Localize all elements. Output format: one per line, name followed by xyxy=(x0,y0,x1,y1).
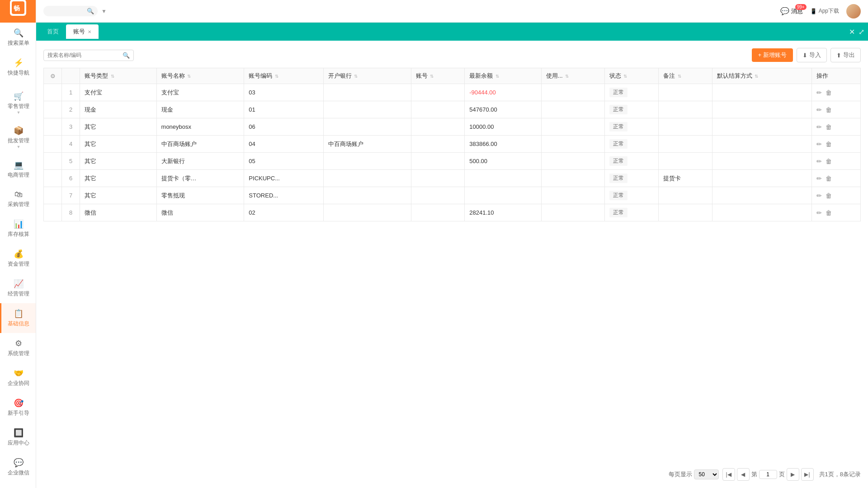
td-bank xyxy=(323,84,411,101)
topbar-avatar[interactable] xyxy=(846,4,861,19)
sidebar-item-member[interactable]: 👑 畅会员 xyxy=(0,482,36,488)
td-num: 2 xyxy=(62,101,80,118)
td-name: 中百商场账户 xyxy=(156,136,244,153)
delete-button[interactable]: 🗑 xyxy=(826,89,832,96)
sidebar-item-purchase[interactable]: 🛍 采购管理 xyxy=(0,184,36,214)
td-status: 正常 xyxy=(604,170,658,187)
delete-button[interactable]: 🗑 xyxy=(826,175,832,182)
td-status: 正常 xyxy=(604,153,658,170)
sidebar: 畅 玩意版 🔍 搜索菜单 ⚡ 快捷导航 🛒 零售管理 ▼ 📦 批发管理 ▼ 💻 … xyxy=(0,0,36,488)
td-usage xyxy=(541,170,604,187)
td-account xyxy=(411,170,465,187)
edit-button[interactable]: ✏ xyxy=(816,192,822,199)
td-settings xyxy=(44,118,62,136)
edit-button[interactable]: ✏ xyxy=(816,106,822,113)
app-logo: 畅 玩意版 xyxy=(0,0,36,23)
page-last-btn[interactable]: ▶| xyxy=(801,468,814,481)
td-code: 02 xyxy=(244,204,323,221)
edit-button[interactable]: ✏ xyxy=(816,209,822,216)
th-code[interactable]: 账号编码 ⇅ xyxy=(244,68,323,84)
page-first-btn[interactable]: |◀ xyxy=(722,468,735,481)
topbar-search-input[interactable] xyxy=(49,8,85,14)
sidebar-item-operation[interactable]: 📈 经营管理 xyxy=(0,273,36,303)
add-account-button[interactable]: + 新增账号 xyxy=(752,48,793,62)
status-badge: 正常 xyxy=(609,122,627,131)
sidebar-item-inventory[interactable]: 📊 库存核算 xyxy=(0,214,36,244)
tab-home[interactable]: 首页 xyxy=(40,24,66,39)
tab-bar-right: ✕ ⤢ xyxy=(849,28,864,36)
th-balance[interactable]: 最新余额 ⇅ xyxy=(465,68,542,84)
th-remark[interactable]: 备注 ⇅ xyxy=(659,68,712,84)
table-search-input[interactable] xyxy=(47,52,121,58)
sidebar-item-app-center[interactable]: 🔲 应用中心 xyxy=(0,422,36,452)
td-num: 8 xyxy=(62,204,80,221)
td-default-settlement xyxy=(712,136,811,153)
sidebar-item-basic-info[interactable]: 📋 基础信息 xyxy=(0,303,36,333)
topbar-msg[interactable]: 💬 消息 99+ xyxy=(780,7,803,15)
th-type[interactable]: 账号类型 ⇅ xyxy=(80,68,157,84)
sidebar-item-retail-mgmt[interactable]: 🛒 零售管理 ▼ xyxy=(0,86,36,120)
edit-button[interactable]: ✏ xyxy=(816,141,822,148)
tab-accounts[interactable]: 账号 ✕ xyxy=(66,24,99,39)
delete-button[interactable]: 🗑 xyxy=(826,141,832,148)
sort-account-icon: ⇅ xyxy=(430,74,434,79)
tab-close-icon[interactable]: ✕ xyxy=(88,29,91,34)
edit-button[interactable]: ✏ xyxy=(816,89,822,96)
tab-close-all-btn[interactable]: ✕ xyxy=(849,28,855,36)
sidebar-item-enterprise-agreement[interactable]: 🤝 企业协同 xyxy=(0,363,36,393)
capital-icon: 💰 xyxy=(14,249,24,259)
column-settings-icon[interactable]: ⚙ xyxy=(50,73,56,80)
table-search-box[interactable]: 🔍 xyxy=(43,50,134,61)
th-bank[interactable]: 开户银行 ⇅ xyxy=(323,68,411,84)
page-next-btn[interactable]: ▶ xyxy=(787,468,799,481)
import-button[interactable]: ⬇ 导入 xyxy=(797,48,827,62)
sidebar-item-search-menu[interactable]: 🔍 搜索菜单 xyxy=(0,23,36,52)
delete-button[interactable]: 🗑 xyxy=(826,209,832,216)
edit-button[interactable]: ✏ xyxy=(816,123,822,131)
delete-button[interactable]: 🗑 xyxy=(826,123,832,131)
sidebar-item-ecommerce[interactable]: 💻 电商管理 xyxy=(0,155,36,184)
page-number-input[interactable] xyxy=(759,470,777,479)
sidebar-item-new-guide[interactable]: 🎯 新手引导 xyxy=(0,393,36,422)
delete-button[interactable]: 🗑 xyxy=(826,106,832,113)
sidebar-label-operation: 经营管理 xyxy=(8,290,29,298)
sort-usage-icon: ⇅ xyxy=(565,74,569,79)
sidebar-item-system-mgmt[interactable]: ⚙ 系统管理 xyxy=(0,333,36,363)
tab-maximize-btn[interactable]: ⤢ xyxy=(859,28,864,36)
sidebar-label-new-guide: 新手引导 xyxy=(8,409,29,417)
th-name[interactable]: 账号名称 ⇅ xyxy=(156,68,244,84)
delete-button[interactable]: 🗑 xyxy=(826,192,832,199)
sort-code-icon: ⇅ xyxy=(275,74,278,79)
th-settings[interactable]: ⚙ xyxy=(44,68,62,84)
td-account xyxy=(411,101,465,118)
toolbar: 🔍 + 新增账号 ⬇ 导入 ⬆ 导出 xyxy=(43,48,861,62)
th-usage[interactable]: 使用... ⇅ xyxy=(541,68,604,84)
edit-button[interactable]: ✏ xyxy=(816,158,822,165)
sidebar-item-quick-nav[interactable]: ⚡ 快捷导航 xyxy=(0,52,36,82)
th-default-settlement[interactable]: 默认结算方式 ⇅ xyxy=(712,68,811,84)
topbar-app-download[interactable]: 📱 App下载 xyxy=(810,7,839,15)
edit-button[interactable]: ✏ xyxy=(816,175,822,182)
sidebar-item-enterprise-wechat[interactable]: 💬 企业微信 xyxy=(0,452,36,482)
td-code: 01 xyxy=(244,101,323,118)
sidebar-item-capital[interactable]: 💰 资金管理 xyxy=(0,244,36,273)
page-prev-btn[interactable]: ◀ xyxy=(737,468,750,481)
sidebar-item-wholesale-mgmt[interactable]: 📦 批发管理 ▼ xyxy=(0,120,36,155)
page-size-selector[interactable]: 每页显示 50 100 200 xyxy=(669,469,719,479)
td-code: 06 xyxy=(244,118,323,136)
th-status[interactable]: 状态 ⇅ xyxy=(604,68,658,84)
delete-button[interactable]: 🗑 xyxy=(826,158,832,165)
export-button[interactable]: ⬆ 导出 xyxy=(830,48,861,62)
td-account xyxy=(411,136,465,153)
table-row: 8微信微信0228241.10正常✏🗑 xyxy=(44,204,861,221)
td-remark xyxy=(659,204,712,221)
per-page-select[interactable]: 50 100 200 xyxy=(694,469,719,479)
topbar-search-box[interactable]: 🔍 xyxy=(43,6,98,16)
main-area: 🔍 ▼ 💬 消息 99+ 📱 App下载 首页 账 xyxy=(36,0,868,488)
topbar-dropdown[interactable]: ▼ xyxy=(101,8,107,14)
th-account[interactable]: 账号 ⇅ xyxy=(411,68,465,84)
sidebar-label-search-menu: 搜索菜单 xyxy=(8,39,29,47)
td-action: ✏🗑 xyxy=(812,204,861,221)
td-remark xyxy=(659,118,712,136)
table-row: 1支付宝支付宝03-90444.00正常✏🗑 xyxy=(44,84,861,101)
